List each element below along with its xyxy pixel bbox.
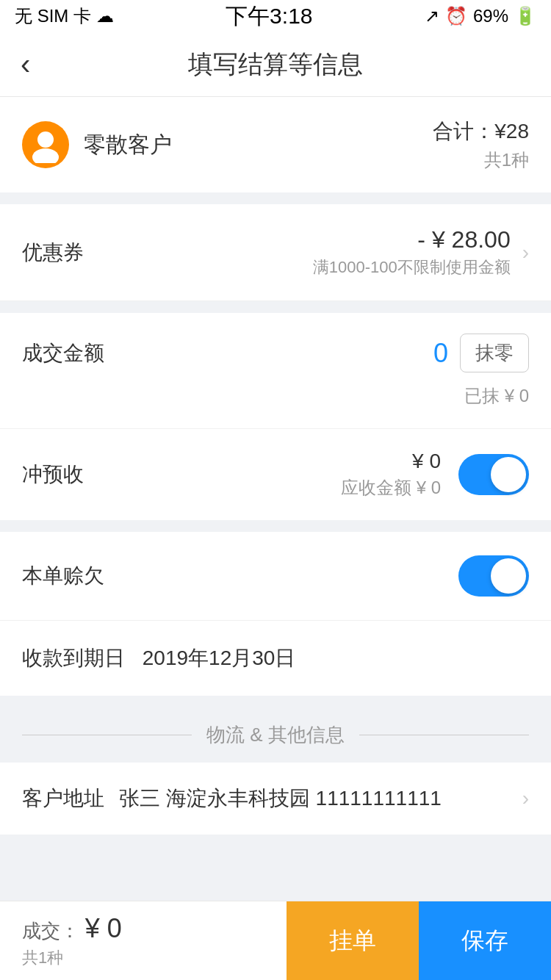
customer-name: 零散客户 [84,130,172,160]
coupon-section: 优惠券 - ¥ 28.00 满1000-100不限制使用金额 › [0,204,551,301]
deal-amount-sub: 已抹 ¥ 0 [0,384,551,428]
sim-label: 无 SIM 卡 ☁ [15,4,114,28]
due-date-row[interactable]: 收款到期日 2019年12月30日 [0,620,551,696]
deal-amount-section: 成交金额 0 抹零 已抹 ¥ 0 冲预收 ¥ 0 应收金额 ¥ 0 [0,313,551,520]
svg-point-0 [37,131,54,148]
total-count: 共1种 [433,148,529,172]
round-button[interactable]: 抹零 [460,334,529,372]
bottom-info: 成交： ¥ 0 共1种 [0,913,287,969]
logistics-line-left [22,735,192,735]
avatar [22,121,69,168]
deal-amount-label: 成交金额 [22,339,104,367]
deal-amount-row: 成交金额 0 抹零 [0,313,551,384]
status-left: 无 SIM 卡 ☁ [15,4,114,28]
customer-section: 零散客户 合计：¥28 共1种 [0,97,551,192]
logistics-header: 物流 & 其他信息 [0,707,551,763]
coupon-amount: - ¥ 28.00 [313,226,511,253]
deal-amount-value[interactable]: 0 [433,338,448,369]
customer-summary: 合计：¥28 共1种 [433,118,529,172]
status-time: 下午3:18 [226,1,312,32]
debt-toggle[interactable] [458,555,529,597]
page-title: 填写结算等信息 [188,48,363,82]
status-right: ↗ ⏰ 69% 🔋 [425,6,536,26]
customer-row[interactable]: 零散客户 合计：¥28 共1种 [0,97,551,192]
alarm-icon: ⏰ [445,6,467,26]
svg-point-1 [32,148,59,163]
bottom-amount: ¥ 0 [85,913,122,943]
customer-left: 零散客户 [22,121,172,168]
location-icon: ↗ [425,6,439,26]
debt-label: 本单赊欠 [22,562,104,590]
prereceive-sub-amount: 应收金额 ¥ 0 [341,476,441,500]
battery-label: 69% [473,6,508,26]
save-button[interactable]: 保存 [419,901,551,981]
address-value: 张三 海淀永丰科技园 11111111111 [119,785,514,813]
coupon-label: 优惠券 [22,239,84,267]
toggle-thumb [491,457,526,492]
prereceive-toggle[interactable] [458,454,529,495]
battery-icon: 🔋 [514,6,536,26]
logistics-text: 物流 & 其他信息 [206,722,345,748]
debt-row: 本单赊欠 [0,532,551,620]
due-date-prefix: 收款到期日 [22,646,125,669]
coupon-value: - ¥ 28.00 满1000-100不限制使用金额 [313,226,511,278]
bottom-deal-label: 成交： [22,920,79,942]
debt-section: 本单赊欠 收款到期日 2019年12月30日 [0,532,551,696]
nav-bar: ‹ 填写结算等信息 [0,32,551,97]
status-bar: 无 SIM 卡 ☁ 下午3:18 ↗ ⏰ 69% 🔋 [0,0,551,32]
deal-amount-input-area: 0 抹零 [433,334,529,372]
bottom-count: 共1种 [22,947,264,969]
logistics-line-right [359,735,529,735]
prereceive-right: ¥ 0 应收金额 ¥ 0 [341,450,529,500]
content-area: 零散客户 合计：¥28 共1种 优惠券 - ¥ 28.00 满1000-100不… [0,97,551,980]
total-amount: 合计：¥28 [433,118,529,145]
bottom-bar: 成交： ¥ 0 共1种 挂单 保存 [0,901,551,980]
hold-button[interactable]: 挂单 [287,901,419,981]
prereceive-row: 冲预收 ¥ 0 应收金额 ¥ 0 [0,428,551,520]
address-section: 客户地址 张三 海淀永丰科技园 11111111111 › [0,763,551,835]
coupon-row[interactable]: 优惠券 - ¥ 28.00 满1000-100不限制使用金额 › [0,204,551,301]
due-date-value: 2019年12月30日 [143,646,296,669]
back-button[interactable]: ‹ [21,48,30,81]
due-date-label: 收款到期日 2019年12月30日 [22,646,295,669]
address-label: 客户地址 [22,785,104,813]
bottom-deal-line: 成交： ¥ 0 [22,913,264,944]
prereceive-label: 冲预收 [22,461,84,489]
chevron-icon: › [522,241,529,264]
coupon-right: - ¥ 28.00 满1000-100不限制使用金额 › [313,226,529,278]
prereceive-amounts: ¥ 0 应收金额 ¥ 0 [341,450,441,500]
address-chevron-icon: › [522,787,529,810]
prereceive-main-amount: ¥ 0 [341,450,441,473]
address-row[interactable]: 客户地址 张三 海淀永丰科技园 11111111111 › [0,763,551,835]
toggle-thumb-debt [491,558,526,594]
coupon-sub: 满1000-100不限制使用金额 [313,256,511,278]
